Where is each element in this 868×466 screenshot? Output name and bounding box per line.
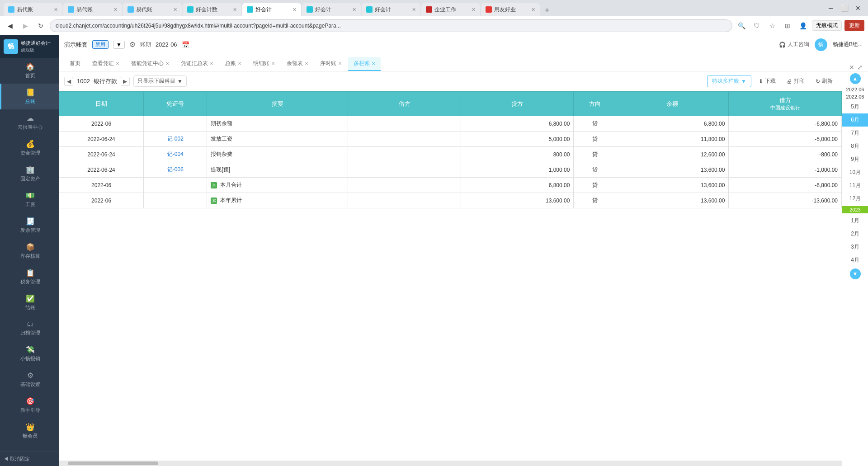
- tab-close-smart[interactable]: ✕: [165, 61, 169, 66]
- month-apr-2023[interactable]: 4月: [842, 254, 868, 267]
- tab-close-detail[interactable]: ✕: [271, 61, 275, 66]
- tab-close-balance[interactable]: ✕: [305, 61, 308, 66]
- update-button[interactable]: 更新: [844, 20, 864, 31]
- close-button[interactable]: ✕: [852, 2, 864, 14]
- horizontal-scrollbar[interactable]: [59, 461, 842, 466]
- voucher-link-3[interactable]: 记-004: [167, 151, 184, 157]
- tab-voucher-summary[interactable]: 凭证汇总表 ✕: [175, 57, 219, 71]
- voucher-link-4[interactable]: 记-006: [167, 166, 184, 173]
- month-july[interactable]: 7月: [842, 127, 868, 140]
- tab-close-general[interactable]: ✕: [238, 61, 241, 66]
- browser-tab-1[interactable]: 易代账 ✕: [4, 3, 62, 16]
- calendar-icon[interactable]: 📅: [182, 41, 189, 48]
- special-multi-column-button[interactable]: 特殊多栏账 ▼: [707, 75, 751, 87]
- tab-general-ledger[interactable]: 总账 ✕: [220, 57, 247, 71]
- month-october[interactable]: 10月: [842, 166, 868, 179]
- cell-voucher-3[interactable]: 记-004: [144, 147, 207, 162]
- collapse-panel-button[interactable]: ✕: [849, 64, 854, 71]
- voucher-link-2[interactable]: 记-002: [167, 136, 184, 142]
- tab-close-7[interactable]: ✕: [412, 7, 416, 13]
- gear-settings-icon[interactable]: ⚙: [129, 40, 136, 49]
- month-feb-2023[interactable]: 2月: [842, 227, 868, 240]
- reload-button[interactable]: ↻: [34, 19, 47, 32]
- browser-tab-7[interactable]: 好会计 ✕: [362, 3, 420, 16]
- tab-close-sequence[interactable]: ✕: [338, 61, 342, 66]
- month-december[interactable]: 12月: [842, 192, 868, 205]
- sidebar-footer[interactable]: ◀ 取消固定: [0, 452, 59, 466]
- split-screen-icon[interactable]: ⊞: [781, 19, 794, 32]
- print-button[interactable]: 🖨 打印: [783, 75, 808, 87]
- sidebar-item-inventory[interactable]: 📦 库存核算: [0, 238, 59, 264]
- tab-sequence[interactable]: 序时账 ✕: [315, 57, 347, 71]
- tab-close-6[interactable]: ✕: [352, 7, 356, 13]
- tab-close-8[interactable]: ✕: [472, 7, 476, 13]
- user-name-label[interactable]: 畅捷通B组...: [833, 41, 863, 48]
- sidebar-item-reports[interactable]: ☁ 云报表中心: [0, 109, 59, 135]
- month-june[interactable]: 6月: [842, 113, 868, 127]
- month-november[interactable]: 11月: [842, 179, 868, 192]
- browser-tab-6[interactable]: 好会计 ✕: [302, 3, 361, 16]
- tab-vouchers[interactable]: 查看凭证 ✕: [87, 57, 125, 71]
- cell-voucher-4[interactable]: 记-006: [144, 162, 207, 178]
- tab-balance[interactable]: 余额表 ✕: [281, 57, 314, 71]
- panel-up-button[interactable]: ▲: [850, 73, 861, 84]
- tab-close-1[interactable]: ✕: [54, 7, 58, 13]
- sidebar-item-ledger[interactable]: 📒 总账: [0, 84, 59, 109]
- tab-close-5[interactable]: ✕: [292, 7, 297, 13]
- browser-tab-5[interactable]: 好会计 ✕: [242, 3, 301, 16]
- profile-icon[interactable]: 👤: [797, 19, 809, 32]
- month-september[interactable]: 9月: [842, 153, 868, 166]
- browser-tab-9[interactable]: 用友好业 ✕: [481, 3, 540, 16]
- prev-account-button[interactable]: ◀: [64, 77, 73, 86]
- sidebar-item-expense[interactable]: 💸 小畅报销: [0, 341, 59, 367]
- browser-tab-8[interactable]: 企业工作 ✕: [421, 3, 480, 16]
- minimize-button[interactable]: ─: [825, 2, 837, 14]
- cell-voucher-2[interactable]: 记-002: [144, 132, 207, 147]
- sidebar-item-home[interactable]: 🏠 首页: [0, 58, 59, 84]
- new-tab-button[interactable]: ＋: [541, 4, 553, 16]
- tab-close-9[interactable]: ✕: [531, 7, 535, 13]
- show-sub-accounts-button[interactable]: 只显示下级科目 ▼: [133, 75, 187, 87]
- tab-close-3[interactable]: ✕: [173, 7, 177, 13]
- dropdown-button[interactable]: ▼: [113, 41, 125, 49]
- back-button[interactable]: ◀: [4, 19, 16, 32]
- download-button[interactable]: ⬇ 下载: [755, 75, 779, 87]
- panel-down-button[interactable]: ▼: [850, 268, 861, 279]
- browser-tab-3[interactable]: 易代账 ✕: [123, 3, 182, 16]
- tab-multi-column[interactable]: 多栏账 ✕: [348, 57, 381, 71]
- incognito-mode-button[interactable]: 无痕模式: [812, 20, 842, 31]
- sidebar-item-close[interactable]: ✅ 结账: [0, 290, 59, 315]
- tab-detail-ledger[interactable]: 明细账 ✕: [248, 57, 280, 71]
- month-mar-2023[interactable]: 3月: [842, 240, 868, 254]
- browser-tab-2[interactable]: 易代账 ✕: [63, 3, 122, 16]
- scroll-thumb[interactable]: [68, 461, 158, 465]
- tab-home[interactable]: 首页: [64, 57, 86, 71]
- sidebar-item-settings[interactable]: ⚙ 基础设置: [0, 367, 59, 392]
- maximize-button[interactable]: ⬜: [838, 2, 851, 14]
- month-august[interactable]: 8月: [842, 140, 868, 153]
- sidebar-item-member[interactable]: 👑 畅会员: [0, 418, 59, 444]
- sidebar-item-assets[interactable]: 🏢 固定资产: [0, 161, 59, 187]
- tab-close-4[interactable]: ✕: [233, 7, 237, 13]
- next-account-button[interactable]: ▶: [121, 77, 130, 86]
- sidebar-item-invoice[interactable]: 🧾 发票管理: [0, 212, 59, 238]
- sidebar-item-tax[interactable]: 📋 税务管理: [0, 264, 59, 290]
- expand-panel-button[interactable]: ⤢: [857, 64, 863, 71]
- sidebar-item-payroll[interactable]: 💵 工资: [0, 187, 59, 212]
- sidebar-item-guide[interactable]: 🎯 新手引导: [0, 392, 59, 418]
- consult-button[interactable]: 🎧 人工咨询: [779, 41, 809, 48]
- sidebar-item-archive[interactable]: 🗂 归档管理: [0, 315, 59, 341]
- tab-close-summary[interactable]: ✕: [210, 61, 213, 66]
- month-may[interactable]: 5月: [842, 100, 868, 113]
- address-input[interactable]: [50, 19, 732, 32]
- sidebar-item-finance[interactable]: 💰 资金管理: [0, 135, 59, 161]
- tab-close-multi[interactable]: ✕: [372, 61, 375, 66]
- forward-button[interactable]: ▶: [19, 19, 32, 32]
- tab-close-vouchers[interactable]: ✕: [116, 61, 119, 66]
- tab-close-2[interactable]: ✕: [113, 7, 118, 13]
- demo-badge[interactable]: 禁用: [92, 40, 108, 49]
- search-icon[interactable]: 🔍: [735, 19, 748, 32]
- star-icon[interactable]: ☆: [766, 19, 778, 32]
- refresh-button[interactable]: ↻ 刷新: [812, 75, 836, 87]
- tab-smart-vouchers[interactable]: 智能凭证中心 ✕: [126, 57, 175, 71]
